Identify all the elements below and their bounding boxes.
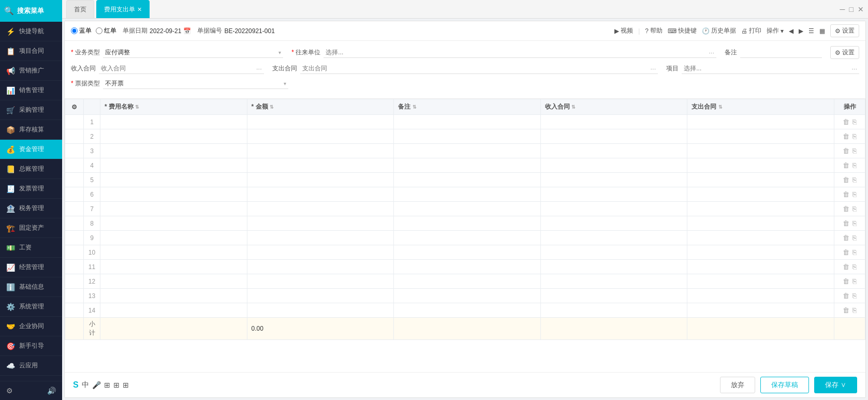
volume-icon[interactable]: 🔊 <box>47 387 56 395</box>
save-draft-btn[interactable]: 保存草稿 <box>760 377 809 393</box>
amount-cell[interactable] <box>247 202 394 216</box>
expense-contract-input[interactable] <box>692 263 830 271</box>
shortcut-btn[interactable]: ⌨ 快捷键 <box>668 26 697 35</box>
notes-input[interactable] <box>398 118 536 126</box>
notes-input[interactable] <box>398 176 536 184</box>
amount-cell[interactable] <box>247 216 394 231</box>
th-amount[interactable]: * 金额 ⇅ <box>247 99 394 115</box>
expense-contract-input[interactable] <box>692 191 830 198</box>
sidebar-item-capital-mgmt[interactable]: 💰资金管理 <box>0 140 62 159</box>
expense-name-cell[interactable] <box>100 274 247 289</box>
delete-row-icon[interactable]: 🗑 <box>843 205 849 213</box>
sidebar-item-sales-mgmt[interactable]: 📊销售管理 <box>0 81 62 100</box>
notes-input[interactable] <box>398 263 536 271</box>
copy-row-icon[interactable]: ⎘ <box>852 234 857 242</box>
amount-cell[interactable] <box>247 289 394 303</box>
expense-name-cell[interactable] <box>100 289 247 303</box>
notes-input[interactable] <box>398 162 536 169</box>
copy-row-icon[interactable]: ⎘ <box>852 176 857 184</box>
notes-cell[interactable] <box>394 260 541 274</box>
biz-type-select-wrap[interactable]: 应付调整 ▾ <box>103 47 283 58</box>
project-input[interactable] <box>682 63 849 73</box>
video-btn[interactable]: ▶ 视频 <box>614 26 633 35</box>
notes-input[interactable] <box>398 307 536 314</box>
expense-name-cell[interactable] <box>100 129 247 144</box>
copy-row-icon[interactable]: ⎘ <box>852 219 857 227</box>
expense-contract-cell[interactable] <box>687 202 834 216</box>
partner-more-btn[interactable]: ··· <box>707 49 716 56</box>
amount-cell[interactable] <box>247 245 394 260</box>
notes-cell[interactable] <box>394 289 541 303</box>
copy-row-icon[interactable]: ⎘ <box>852 118 857 126</box>
expense-contract-cell[interactable] <box>687 289 834 303</box>
amount-input[interactable] <box>252 162 390 169</box>
nav-prev-btn[interactable]: ◀ <box>789 27 793 35</box>
delete-row-icon[interactable]: 🗑 <box>843 277 849 285</box>
copy-row-icon[interactable]: ⎘ <box>852 205 857 213</box>
copy-row-icon[interactable]: ⎘ <box>852 161 857 169</box>
delete-row-icon[interactable]: 🗑 <box>843 147 849 155</box>
sidebar-item-ops-mgmt[interactable]: 📈经营管理 <box>0 258 62 277</box>
income-contract-input[interactable] <box>545 234 683 242</box>
expense-name-input[interactable] <box>105 278 243 285</box>
amount-cell[interactable] <box>247 173 394 187</box>
amount-input[interactable] <box>252 220 390 227</box>
sort-income-icon[interactable]: ⇅ <box>571 105 576 110</box>
amount-cell[interactable] <box>247 260 394 274</box>
amount-input[interactable] <box>252 176 390 184</box>
mic-icon[interactable]: 🎤 <box>92 381 101 389</box>
notes-cell[interactable] <box>394 202 541 216</box>
notes-input[interactable] <box>398 191 536 198</box>
notes-cell[interactable] <box>394 216 541 231</box>
notes-input[interactable] <box>740 47 822 58</box>
income-contract-cell[interactable] <box>540 187 687 202</box>
expense-name-input[interactable] <box>105 191 243 198</box>
sidebar-item-quick-nav[interactable]: ⚡快捷导航 <box>0 22 62 41</box>
sidebar-search[interactable]: 🔍 搜索菜单 <box>0 0 62 22</box>
income-contract-cell[interactable] <box>540 173 687 187</box>
expense-name-input[interactable] <box>105 220 243 227</box>
sidebar-item-project-contract[interactable]: 📋项目合同 <box>0 41 62 61</box>
copy-row-icon[interactable]: ⎘ <box>852 147 857 155</box>
income-contract-input[interactable] <box>545 292 683 300</box>
expense-contract-cell[interactable] <box>687 187 834 202</box>
income-contract-input[interactable] <box>545 263 683 271</box>
income-contract-cell[interactable] <box>540 129 687 144</box>
nav-next-btn[interactable]: ▶ <box>799 27 803 35</box>
amount-cell[interactable] <box>247 129 394 144</box>
expense-name-input[interactable] <box>105 205 243 213</box>
notes-input[interactable] <box>398 133 536 140</box>
amount-input[interactable] <box>252 307 390 314</box>
th-settings[interactable]: ⚙ <box>65 99 84 115</box>
expense-name-cell[interactable] <box>100 231 247 245</box>
income-contract-cell[interactable] <box>540 260 687 274</box>
amount-cell[interactable] <box>247 274 394 289</box>
project-more-btn[interactable]: ··· <box>849 65 859 72</box>
delete-row-icon[interactable]: 🗑 <box>843 161 849 169</box>
notes-input[interactable] <box>398 278 536 285</box>
income-contract-cell[interactable] <box>540 274 687 289</box>
expense-name-input[interactable] <box>105 234 243 242</box>
sidebar-item-tax-mgmt[interactable]: 🏦税务管理 <box>0 199 62 218</box>
save-btn[interactable]: 保存 ∨ <box>814 377 857 393</box>
expense-contract-cell[interactable] <box>687 173 834 187</box>
copy-row-icon[interactable]: ⎘ <box>852 292 857 300</box>
th-expense-name[interactable]: * 费用名称 ⇅ <box>100 99 247 115</box>
discard-btn[interactable]: 放弃 <box>720 377 755 393</box>
copy-row-icon[interactable]: ⎘ <box>852 248 857 256</box>
amount-input[interactable] <box>252 278 390 285</box>
maximize-icon[interactable]: □ <box>849 5 854 13</box>
sidebar-item-sys-mgmt[interactable]: ⚙️系统管理 <box>0 297 62 317</box>
expense-contract-cell[interactable] <box>687 216 834 231</box>
expense-contract-input[interactable] <box>692 307 830 314</box>
delete-row-icon[interactable]: 🗑 <box>843 263 849 271</box>
sidebar-item-payroll[interactable]: 💵工资 <box>0 238 62 258</box>
expense-name-input[interactable] <box>105 118 243 126</box>
expense-name-input[interactable] <box>105 263 243 271</box>
expense-name-cell[interactable] <box>100 216 247 231</box>
zhong-icon[interactable]: 中 <box>82 380 89 390</box>
expense-contract-input[interactable] <box>692 249 830 256</box>
notes-cell[interactable] <box>394 144 541 158</box>
expense-name-cell[interactable] <box>100 245 247 260</box>
notes-cell[interactable] <box>394 303 541 318</box>
